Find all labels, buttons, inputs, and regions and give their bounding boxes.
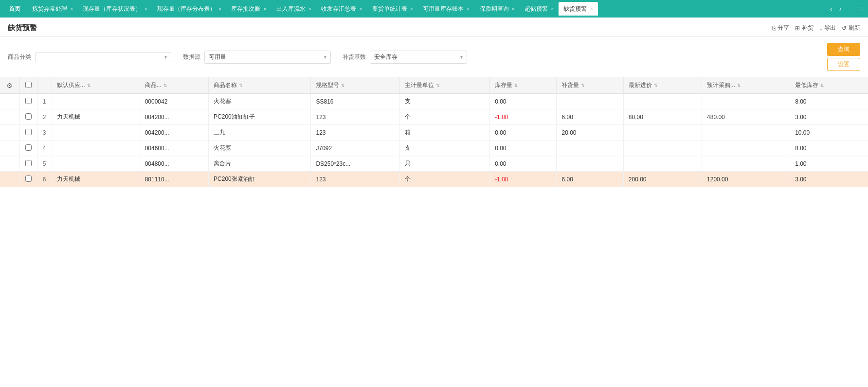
row-checkbox-2[interactable]	[25, 129, 32, 135]
cell-spec-4: DS250*23c...	[311, 156, 400, 172]
filter-bar: 商品分类 ▾ 数据源 可用量 ▾ 补货基数 安全库存 ▾ 查询 设置	[0, 37, 868, 77]
col-stock-sort-icon: ⇅	[514, 83, 518, 88]
select-all-checkbox[interactable]	[25, 82, 32, 88]
replenish-filter-group: 补货基数 安全库存 ▾	[343, 51, 467, 64]
refresh-button[interactable]: ↺ 刷新	[842, 24, 860, 32]
tab-6-close[interactable]: ×	[359, 6, 362, 12]
cell-supplier-4	[52, 156, 140, 172]
cell-latest-price-5: 200.00	[623, 172, 702, 187]
col-header-name[interactable]: 商品名称 ⇅	[209, 77, 311, 94]
cell-name-3: 火花塞	[209, 141, 311, 156]
col-spec-sort-icon: ⇅	[341, 83, 345, 88]
window-maximize[interactable]: □	[856, 4, 866, 14]
replenish-label: 补货基数	[343, 53, 366, 61]
cell-checkbox-5[interactable]	[19, 172, 37, 187]
cell-checkbox-3[interactable]	[19, 141, 37, 156]
tab-3-close[interactable]: ×	[218, 6, 221, 12]
tab-10-close[interactable]: ×	[551, 6, 554, 12]
tab-10[interactable]: 超储预警 ×	[520, 2, 559, 16]
cell-unit-1: 个	[400, 109, 490, 125]
cell-settings-0	[0, 94, 19, 109]
cell-rownum-1: 2	[37, 109, 52, 125]
tab-8[interactable]: 可用量库存账本 ×	[418, 2, 474, 16]
col-header-est-purchase[interactable]: 预计采购... ⇅	[702, 77, 790, 94]
col-header-stock[interactable]: 库存量 ⇅	[490, 77, 557, 94]
tab-7-label: 要货单统计表	[372, 5, 407, 13]
col-header-settings[interactable]: ⚙	[0, 77, 19, 94]
col-header-spec[interactable]: 规格型号 ⇅	[311, 77, 400, 94]
tab-9-label: 保质期查询	[480, 5, 509, 13]
tab-11-close[interactable]: ×	[590, 6, 593, 12]
settings-button[interactable]: 设置	[827, 58, 860, 71]
replenish-value: 安全库存	[374, 53, 398, 61]
window-minimize[interactable]: −	[845, 4, 855, 14]
col-header-min-stock[interactable]: 最低库存 ⇅	[790, 77, 868, 94]
row-checkbox-3[interactable]	[25, 144, 32, 151]
tab-11-label: 缺货预警	[563, 5, 587, 13]
col-unit-label: 主计量单位	[405, 81, 434, 89]
tab-4[interactable]: 库存批次账 ×	[226, 2, 271, 16]
cell-checkbox-1[interactable]	[19, 109, 37, 125]
cell-code-2: 004200...	[140, 125, 208, 141]
row-checkbox-5[interactable]	[25, 176, 32, 182]
replenish-select[interactable]: 安全库存 ▾	[370, 51, 467, 64]
table-header-row: ⚙ 默认供应... ⇅ 商品...	[0, 77, 868, 94]
replenish-chevron-icon: ▾	[460, 54, 463, 60]
tab-7-close[interactable]: ×	[410, 6, 413, 12]
cell-unit-0: 支	[400, 94, 490, 109]
row-checkbox-0[interactable]	[25, 98, 32, 104]
tab-9[interactable]: 保质期查询 ×	[475, 2, 520, 16]
tab-5-close[interactable]: ×	[308, 6, 311, 12]
category-select[interactable]: ▾	[35, 52, 171, 62]
tab-nav-next[interactable]: ›	[836, 4, 845, 14]
tab-9-close[interactable]: ×	[512, 6, 515, 12]
share-button[interactable]: ⎘ 分享	[772, 24, 789, 32]
cell-unit-4: 只	[400, 156, 490, 172]
table-row: 2 力天机械 004200... PC200油缸缸子 123 个 -1.00 6…	[0, 109, 868, 125]
query-button[interactable]: 查询	[827, 43, 860, 56]
table-row: 1 0000042 火花塞 SS816 支 0.00 8.00	[0, 94, 868, 109]
tab-1-close[interactable]: ×	[70, 6, 73, 12]
tab-3[interactable]: 现存量（库存分布表） ×	[152, 2, 226, 16]
cell-checkbox-0[interactable]	[19, 94, 37, 109]
col-header-code[interactable]: 商品... ⇅	[140, 77, 208, 94]
tab-2-close[interactable]: ×	[144, 6, 147, 12]
datasource-select[interactable]: 可用量 ▾	[204, 51, 331, 64]
tab-1[interactable]: 拣货异常处理 ×	[27, 2, 78, 16]
cell-checkbox-2[interactable]	[19, 125, 37, 141]
datasource-filter-group: 数据源 可用量 ▾	[183, 51, 331, 64]
tab-6[interactable]: 收发存汇总表 ×	[316, 2, 367, 16]
cell-min-stock-3: 8.00	[790, 141, 868, 156]
cell-stock-0: 0.00	[490, 94, 557, 109]
filter-actions: 查询 设置	[827, 43, 860, 71]
datasource-chevron-icon: ▾	[324, 54, 326, 60]
tab-11[interactable]: 缺货预警 ×	[559, 2, 597, 16]
col-header-replenish[interactable]: 补货量 ⇅	[557, 77, 623, 94]
tab-bar: 首页 拣货异常处理 × 现存量（库存状况表） × 现存量（库存分布表） × 库存…	[0, 0, 868, 18]
cell-stock-4: 0.00	[490, 156, 557, 172]
tab-2[interactable]: 现存量（库存状况表） ×	[78, 2, 152, 16]
tab-7[interactable]: 要货单统计表 ×	[367, 2, 418, 16]
col-header-unit[interactable]: 主计量单位 ⇅	[400, 77, 490, 94]
table-gear-icon[interactable]: ⚙	[6, 82, 13, 89]
tab-4-close[interactable]: ×	[263, 6, 266, 12]
export-button[interactable]: ↓ 导出	[819, 24, 836, 32]
cell-min-stock-2: 10.00	[790, 125, 868, 141]
cell-checkbox-4[interactable]	[19, 156, 37, 172]
col-header-rownum	[37, 77, 52, 94]
cell-code-4: 004800...	[140, 156, 208, 172]
tab-nav-prev[interactable]: ‹	[827, 4, 835, 14]
replenish-button[interactable]: ⊞ 补货	[795, 24, 814, 32]
tab-8-close[interactable]: ×	[467, 6, 470, 12]
col-header-supplier[interactable]: 默认供应... ⇅	[52, 77, 140, 94]
col-header-latest-price[interactable]: 最新进价 ⇅	[623, 77, 702, 94]
tab-4-label: 库存批次账	[231, 5, 260, 13]
row-checkbox-1[interactable]	[25, 113, 32, 120]
cell-spec-5: 123	[311, 172, 400, 187]
col-header-checkbox[interactable]	[19, 77, 37, 94]
tab-home[interactable]: 首页	[2, 2, 27, 16]
row-checkbox-4[interactable]	[25, 160, 32, 166]
cell-replenish-0	[557, 94, 623, 109]
col-supplier-label: 默认供应...	[57, 81, 85, 89]
tab-5[interactable]: 出入库流水 ×	[271, 2, 316, 16]
